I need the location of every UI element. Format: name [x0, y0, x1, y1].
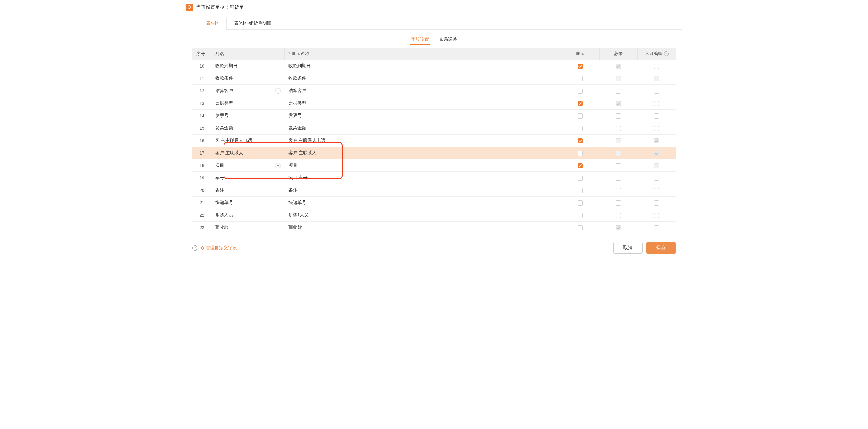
add-child-field-button[interactable]: + [275, 163, 281, 168]
row-required-cell [599, 209, 638, 222]
row-display-name[interactable]: 步骤1人员 [285, 209, 561, 222]
checkbox-show-12[interactable] [578, 89, 583, 94]
checkbox-show-13[interactable] [578, 101, 583, 106]
question-icon[interactable]: ? [192, 246, 197, 251]
checkbox-noedit-14[interactable] [654, 113, 659, 119]
checkbox-required-20[interactable] [616, 188, 621, 193]
row-display-name[interactable]: 客户.主联系人电话 [285, 135, 561, 147]
checkbox-show-22[interactable] [578, 213, 583, 218]
row-display-name[interactable]: 发票金额 [285, 122, 561, 135]
table-row: 23预收款预收款 [192, 222, 676, 234]
row-display-name[interactable]: 快递单号 [285, 197, 561, 209]
row-column-name: 客户.主联系人 [211, 147, 285, 160]
row-column-name: 发票号 [211, 110, 285, 122]
main-tab-0[interactable]: 表头区 [199, 17, 227, 30]
checkbox-noedit-23[interactable] [654, 225, 659, 230]
checkbox-show-21[interactable] [578, 200, 583, 206]
row-show-cell [561, 110, 599, 122]
row-column-name: 收款条件 [211, 73, 285, 85]
column-name-label: 备注 [215, 188, 224, 193]
row-display-name[interactable]: 发票号 [285, 110, 561, 122]
checkbox-required-21[interactable] [616, 200, 621, 206]
column-name-label: 发票号 [215, 113, 228, 119]
checkbox-required-19[interactable] [616, 176, 621, 181]
checkbox-required-15[interactable] [616, 126, 621, 131]
column-name-label: 收款条件 [215, 76, 233, 81]
checkbox-noedit-20[interactable] [654, 188, 659, 193]
checkbox-required-16 [616, 138, 621, 143]
cancel-button[interactable]: 取消 [613, 242, 643, 254]
col-header-noedit-label: 不可编辑 [645, 51, 662, 56]
row-column-name: 发票金额 [211, 122, 285, 135]
checkbox-noedit-11 [654, 76, 659, 81]
checkbox-noedit-12[interactable] [654, 89, 659, 94]
row-column-name: 步骤人员 [211, 209, 285, 222]
row-noedit-cell [638, 222, 676, 234]
row-seq: 23 [192, 222, 211, 234]
checkbox-show-23[interactable] [578, 225, 583, 230]
row-show-cell [561, 122, 599, 135]
save-button[interactable]: 保存 [646, 242, 676, 254]
sub-tab-0[interactable]: 字段设置 [410, 35, 430, 45]
page-title-label: 当前设置单据： [196, 4, 229, 9]
row-seq: 10 [192, 60, 211, 73]
gear-icon [200, 246, 205, 250]
table-row: 16客户.主联系人电话客户.主联系人电话 [192, 135, 676, 147]
row-display-name[interactable]: 项目 [285, 160, 561, 172]
col-header-noedit: 不可编辑? [638, 48, 676, 60]
checkbox-show-15[interactable] [578, 126, 583, 131]
row-noedit-cell [638, 147, 676, 160]
manage-custom-fields-link[interactable]: 管理自定义字段 [200, 245, 237, 251]
checkbox-show-19[interactable] [578, 176, 583, 181]
row-seq: 17 [192, 147, 211, 160]
add-child-field-button[interactable]: + [275, 88, 281, 94]
checkbox-required-23 [616, 225, 621, 230]
row-seq: 12 [192, 85, 211, 97]
row-display-name[interactable]: 结算客户 [285, 85, 561, 97]
checkbox-show-14[interactable] [578, 113, 583, 119]
row-column-name: 预收款 [211, 222, 285, 234]
checkbox-show-20[interactable] [578, 188, 583, 193]
row-required-cell [599, 110, 638, 122]
main-tab-1[interactable]: 表体区-销货单明细 [227, 17, 279, 29]
table-row: 19车号项目.车号 [192, 172, 676, 184]
table-row: 14发票号发票号 [192, 110, 676, 122]
row-display-name[interactable]: 票据类型 [285, 97, 561, 110]
checkbox-noedit-21[interactable] [654, 200, 659, 206]
help-icon[interactable]: ? [664, 51, 669, 56]
checkbox-show-11[interactable] [578, 76, 583, 81]
row-show-cell [561, 97, 599, 110]
table-row: 22步骤人员步骤1人员 [192, 209, 676, 222]
row-display-name[interactable]: 客户.主联系人 [285, 147, 561, 160]
manage-custom-fields-label: 管理自定义字段 [206, 245, 237, 251]
checkbox-noedit-22[interactable] [654, 213, 659, 218]
checkbox-required-18[interactable] [616, 163, 621, 168]
row-required-cell [599, 147, 638, 160]
checkbox-show-10[interactable] [578, 64, 583, 69]
checkbox-noedit-16 [654, 138, 659, 143]
checkbox-noedit-15[interactable] [654, 126, 659, 131]
row-display-name[interactable]: 预收款 [285, 222, 561, 234]
row-display-name[interactable]: 收款条件 [285, 73, 561, 85]
checkbox-required-22[interactable] [616, 213, 621, 218]
checkbox-show-18[interactable] [578, 163, 583, 168]
checkbox-noedit-19[interactable] [654, 176, 659, 181]
checkbox-show-16[interactable] [578, 138, 583, 143]
row-display-name[interactable]: 备注 [285, 184, 561, 197]
row-noedit-cell [638, 197, 676, 209]
row-show-cell [561, 73, 599, 85]
checkbox-required-12[interactable] [616, 89, 621, 94]
checkbox-show-17[interactable] [578, 151, 583, 156]
row-noedit-cell [638, 209, 676, 222]
expand-panel-button[interactable] [186, 3, 193, 10]
row-noedit-cell [638, 122, 676, 135]
column-name-label: 预收款 [215, 225, 228, 230]
row-required-cell [599, 122, 638, 135]
sub-tab-1[interactable]: 布局调整 [438, 35, 458, 45]
row-display-name[interactable]: 项目.车号 [285, 172, 561, 184]
checkbox-required-14[interactable] [616, 113, 621, 119]
row-display-name[interactable]: 收款到期日 [285, 60, 561, 73]
checkbox-required-10 [616, 64, 621, 69]
checkbox-noedit-10[interactable] [654, 64, 659, 69]
checkbox-noedit-13[interactable] [654, 101, 659, 106]
